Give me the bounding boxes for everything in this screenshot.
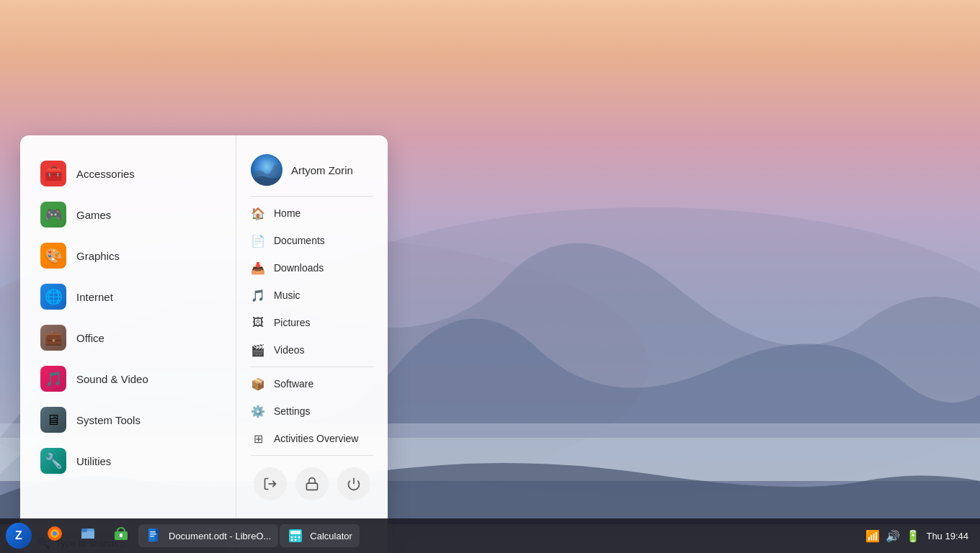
menu-category-soundvideo[interactable]: 🎵 Sound & Video xyxy=(26,359,230,399)
menu-left-panel: 🧰 Accessories 🎮 Games 🎨 Graphics 🌐 Inter… xyxy=(20,135,236,553)
settings-label: Settings xyxy=(274,405,311,417)
user-name: Artyom Zorin xyxy=(291,164,353,176)
svg-rect-18 xyxy=(150,531,156,533)
right-item-home[interactable]: 🏠 Home xyxy=(236,199,388,227)
videos-icon: 🎬 xyxy=(251,343,265,357)
internet-icon: 🌐 xyxy=(40,284,66,310)
power-button[interactable] xyxy=(337,467,370,500)
music-label: Music xyxy=(274,289,300,301)
svg-rect-13 xyxy=(81,529,87,532)
svg-rect-15 xyxy=(120,534,122,537)
svg-rect-6 xyxy=(307,483,318,490)
menu-category-accessories[interactable]: 🧰 Accessories xyxy=(26,153,230,194)
battery-icon[interactable]: 🔋 xyxy=(906,529,920,543)
graphics-label: Graphics xyxy=(76,250,120,262)
svg-rect-20 xyxy=(150,536,154,537)
svg-point-28 xyxy=(298,539,300,541)
calculator-taskbar-label: Calculator xyxy=(310,531,352,541)
music-icon: 🎵 xyxy=(251,288,265,302)
internet-label: Internet xyxy=(76,291,113,303)
files-taskbar-icon xyxy=(80,526,96,546)
menu-category-graphics[interactable]: 🎨 Graphics xyxy=(26,235,230,276)
system-label: System Tools xyxy=(76,414,141,426)
menu-category-games[interactable]: 🎮 Games xyxy=(26,194,230,235)
taskbar-right: 📶 🔊 🔋 Thu 19:44 xyxy=(865,529,974,543)
right-item-downloads[interactable]: 📥 Downloads xyxy=(236,254,388,282)
logout-button[interactable] xyxy=(254,467,287,500)
system-icon: 🖥 xyxy=(40,407,66,433)
categories-list: 🧰 Accessories 🎮 Games 🎨 Graphics 🌐 Inter… xyxy=(20,147,236,525)
svg-point-25 xyxy=(298,536,300,539)
svg-rect-12 xyxy=(81,531,94,539)
pictures-icon: 🖼 xyxy=(251,315,265,330)
divider-3 xyxy=(251,455,373,456)
zorin-logo-button[interactable]: Z xyxy=(6,523,32,549)
activities-icon: ⊞ xyxy=(251,431,265,446)
svg-point-27 xyxy=(295,539,297,541)
svg-rect-17 xyxy=(148,529,155,541)
svg-point-26 xyxy=(291,539,293,541)
divider-2 xyxy=(251,367,373,367)
taskbar-center: Document.odt - LibreO... Calculator xyxy=(33,520,864,552)
menu-category-internet[interactable]: 🌐 Internet xyxy=(26,276,230,317)
taskbar-app-calculator[interactable]: Calculator xyxy=(280,524,360,547)
documents-label: Documents xyxy=(274,235,325,246)
right-item-settings[interactable]: ⚙️ Settings xyxy=(236,397,388,425)
downloads-icon: 📥 xyxy=(251,261,265,275)
right-item-software[interactable]: 📦 Software xyxy=(236,370,388,397)
home-label: Home xyxy=(274,207,300,219)
taskbar-app-files[interactable] xyxy=(72,520,104,552)
menu-right-panel: Artyom Zorin 🏠 Home 📄 Documents 📥 Downlo… xyxy=(236,135,388,553)
home-icon: 🏠 xyxy=(251,206,265,220)
graphics-icon: 🎨 xyxy=(40,243,66,269)
utilities-label: Utilities xyxy=(76,455,111,467)
svg-point-23 xyxy=(291,536,293,539)
settings-icon: ⚙️ xyxy=(251,404,265,418)
right-item-videos[interactable]: 🎬 Videos xyxy=(236,336,388,364)
menu-category-utilities[interactable]: 🔧 Utilities xyxy=(26,441,230,481)
user-section: Artyom Zorin xyxy=(236,144,388,193)
right-item-activities[interactable]: ⊞ Activities Overview xyxy=(236,425,388,452)
document-taskbar-label: Document.odt - LibreO... xyxy=(169,531,271,541)
pictures-label: Pictures xyxy=(274,317,311,328)
action-buttons xyxy=(236,459,388,512)
soundvideo-label: Sound & Video xyxy=(76,373,148,385)
avatar xyxy=(251,154,282,186)
clock: Thu 19:44 xyxy=(926,531,968,541)
downloads-label: Downloads xyxy=(274,262,324,274)
taskbar-app-firefox[interactable] xyxy=(39,520,71,552)
games-label: Games xyxy=(76,209,111,221)
software-icon: 📦 xyxy=(251,377,265,391)
games-icon: 🎮 xyxy=(40,202,66,228)
taskbar: Z Document.odt - LibreO... Calculator 📶 … xyxy=(0,518,980,553)
office-label: Office xyxy=(76,332,104,344)
wifi-icon[interactable]: 📶 xyxy=(865,529,880,543)
activities-label: Activities Overview xyxy=(274,433,358,444)
svg-point-24 xyxy=(295,536,297,539)
calculator-taskbar-icon xyxy=(287,527,304,544)
accessories-icon: 🧰 xyxy=(40,161,66,186)
right-actions: 🏠 Home 📄 Documents 📥 Downloads 🎵 Music 🖼… xyxy=(236,199,388,553)
right-item-pictures[interactable]: 🖼 Pictures xyxy=(236,309,388,336)
menu-category-system[interactable]: 🖥 System Tools xyxy=(26,400,230,440)
accessories-label: Accessories xyxy=(76,168,135,180)
store-taskbar-icon xyxy=(113,526,129,546)
svg-rect-19 xyxy=(150,534,156,535)
document-taskbar-icon xyxy=(146,527,163,544)
taskbar-app-document[interactable]: Document.odt - LibreO... xyxy=(138,524,278,547)
videos-label: Videos xyxy=(274,344,305,356)
lock-button[interactable] xyxy=(295,467,329,500)
svg-rect-22 xyxy=(290,531,300,534)
right-item-music[interactable]: 🎵 Music xyxy=(236,282,388,309)
right-item-documents[interactable]: 📄 Documents xyxy=(236,227,388,254)
volume-icon[interactable]: 🔊 xyxy=(886,529,900,543)
documents-icon: 📄 xyxy=(251,233,265,248)
firefox-taskbar-icon xyxy=(47,526,63,546)
app-menu: 🧰 Accessories 🎮 Games 🎨 Graphics 🌐 Inter… xyxy=(20,135,388,553)
taskbar-left: Z xyxy=(6,523,32,549)
software-label: Software xyxy=(274,378,313,390)
taskbar-app-store[interactable] xyxy=(105,520,137,552)
utilities-icon: 🔧 xyxy=(40,448,66,474)
office-icon: 💼 xyxy=(40,325,66,351)
menu-category-office[interactable]: 💼 Office xyxy=(26,318,230,358)
